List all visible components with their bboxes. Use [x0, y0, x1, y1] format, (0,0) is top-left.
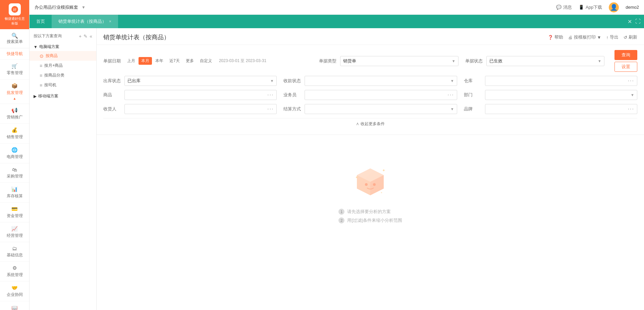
- warehouse-label: 仓库: [464, 78, 482, 84]
- receiver-dots-icon[interactable]: ···: [267, 106, 274, 112]
- sidebar-item-marketing[interactable]: 📢 营销推广: [0, 104, 29, 124]
- date-range: 2023-03-01 至 2023-03-31: [219, 58, 266, 64]
- app-download-label: App下载: [586, 4, 602, 10]
- warehouse-input[interactable]: ···: [485, 76, 637, 86]
- sidebar-item-basic[interactable]: 🗂 基础信息: [0, 242, 29, 262]
- brand-dots-icon[interactable]: ···: [628, 106, 634, 112]
- sidebar-item-system[interactable]: ⚙ 系统管理: [0, 262, 29, 281]
- sidebar-item-ecommerce[interactable]: 🌐 电商管理: [0, 144, 29, 163]
- date-tab-this-month[interactable]: 本月: [139, 57, 152, 65]
- date-tab-this-year[interactable]: 本年: [153, 57, 166, 65]
- date-tab-custom[interactable]: 自定义: [197, 57, 215, 65]
- date-tab-7days[interactable]: 近7天: [167, 57, 182, 65]
- settings-button[interactable]: 设置: [614, 62, 637, 72]
- username-label[interactable]: demo2: [626, 5, 639, 10]
- sidebar-item-operation[interactable]: 📈 经营管理: [0, 222, 29, 242]
- help-btn[interactable]: ❓ 帮助: [548, 34, 563, 40]
- quick-nav-label: 快捷导航: [7, 51, 23, 56]
- top-bar: 办公用品行业模拟账套 ▼ 💬 消息 📱 App下载 👤 demo2: [30, 0, 644, 15]
- export-btn[interactable]: ↑ 导出: [606, 34, 619, 40]
- template-print-btn[interactable]: 🖨 按模板打印 ▼: [568, 34, 601, 40]
- ecommerce-label: 电商管理: [7, 154, 23, 160]
- main-area: 办公用品行业模拟账套 ▼ 💬 消息 📱 App下载 👤 demo2 首页 销货单…: [30, 0, 644, 310]
- quick-nav[interactable]: 快捷导航: [0, 48, 29, 60]
- panel-item-by-product[interactable]: ⊙ 按商品: [30, 51, 96, 61]
- filter-item-doc-type: 单据类型 销货单 ▼: [319, 56, 458, 66]
- tab-report[interactable]: 销货单统计表（按商品） ×: [52, 15, 118, 28]
- filter-row-4: 收货人 ··· 结算方式 ▼ 品牌: [103, 104, 637, 114]
- panel-item-by-cashier[interactable]: ≡ 按司机: [30, 80, 96, 90]
- payment-status-select[interactable]: ▼: [305, 76, 457, 86]
- tab-home[interactable]: 首页: [30, 15, 52, 28]
- panel-section-mobile: ▶ 移动端方案: [30, 91, 96, 101]
- search-menu[interactable]: 🔍 搜索菜单: [0, 29, 29, 48]
- close-window-icon[interactable]: ✕: [628, 18, 632, 25]
- tab-home-label: 首页: [36, 18, 45, 24]
- query-button[interactable]: 查询: [614, 50, 637, 60]
- product-dots-icon[interactable]: ···: [267, 92, 274, 98]
- purchase-icon: 🛍: [12, 167, 17, 172]
- filter-item-brand: 品牌 ···: [464, 104, 637, 114]
- dept-label: 部门: [464, 92, 482, 98]
- edit-scheme-icon[interactable]: ✎: [84, 34, 88, 39]
- app-logo[interactable]: 好 畅捷通好生意 标版: [0, 0, 30, 29]
- filter-row-3: 商品 ··· 业务员 ··· 部门: [103, 90, 637, 100]
- industry-title: 办公用品行业模拟账套: [35, 4, 78, 10]
- settle-select[interactable]: ▼: [305, 104, 457, 114]
- corp-label: 企业协同: [7, 292, 23, 298]
- panel-item-by-month-product[interactable]: ≡ 按月+商品: [30, 61, 96, 70]
- brand-input[interactable]: ···: [485, 104, 637, 114]
- date-tab-more[interactable]: 更多: [183, 57, 197, 65]
- maximize-icon[interactable]: ⛶: [635, 18, 641, 24]
- operation-label: 经营管理: [7, 233, 23, 239]
- brand-label: 品牌: [464, 106, 482, 112]
- receiver-label: 收货人: [103, 106, 122, 112]
- add-scheme-icon[interactable]: +: [79, 34, 82, 39]
- sidebar-item-guide[interactable]: 📖 新手引导: [0, 301, 29, 310]
- top-bar-left: 办公用品行业模拟账套 ▼: [35, 4, 86, 10]
- sidebar-item-purchase[interactable]: 🛍 采购管理: [0, 163, 29, 183]
- dept-select[interactable]: ▼: [485, 90, 637, 100]
- app-download-btn[interactable]: 📱 App下载: [579, 4, 602, 10]
- empty-tip-2: 2 用[过滤]条件来缩小分析范围: [338, 217, 402, 223]
- panel-section-desktop-header[interactable]: ▼ 电脑端方案: [30, 43, 96, 51]
- sidebar-item-retail[interactable]: 🛒 零售管理: [0, 60, 29, 80]
- message-label: 消息: [563, 4, 572, 10]
- collapse-button[interactable]: ∧ 收起更多条件: [103, 118, 637, 130]
- sidebar-item-inventory[interactable]: 📊 库存核算: [0, 183, 29, 203]
- out-status-value: 已出库: [127, 78, 270, 84]
- app-name: 畅捷通好生意: [5, 16, 25, 21]
- active-item-icon: ⊙: [40, 53, 44, 59]
- doc-type-select[interactable]: 销货单 ▼: [340, 56, 458, 66]
- sidebar-item-sales[interactable]: 💰 销售管理: [0, 124, 29, 144]
- empty-tips: 1 请先选择要分析的方案 2 用[过滤]条件来缩小分析范围: [338, 209, 402, 226]
- product-input[interactable]: ···: [124, 90, 277, 100]
- collapse-panel-icon[interactable]: «: [90, 34, 92, 39]
- tab-close-icon[interactable]: ×: [109, 19, 111, 24]
- staff-input[interactable]: ···: [305, 90, 457, 100]
- panel-section-mobile-header[interactable]: ▶ 移动端方案: [30, 92, 96, 100]
- receiver-input[interactable]: ···: [124, 104, 277, 114]
- out-status-label: 出库状态: [103, 78, 122, 84]
- panel-item-by-category[interactable]: ≡ 按商品分类: [30, 70, 96, 80]
- sidebar-item-finance[interactable]: 💳 资金管理: [0, 203, 29, 222]
- filter-item-out-status: 出库状态 已出库 ▼: [103, 76, 277, 86]
- warehouse-dots-icon[interactable]: ···: [628, 78, 634, 84]
- sidebar-item-wholesale[interactable]: 📦 批发管理 ▲: [0, 80, 29, 104]
- dropdown-arrow-icon[interactable]: ▼: [82, 5, 86, 10]
- doc-status-select[interactable]: 已生效 ▼: [486, 56, 604, 66]
- refresh-btn[interactable]: ↺ 刷新: [624, 34, 637, 40]
- export-label: 导出: [610, 34, 619, 40]
- date-filter: 上月 本月 本年 近7天 更多 自定义 2023-03-01 至 2023-03…: [124, 57, 312, 65]
- out-status-select[interactable]: 已出库 ▼: [124, 76, 277, 86]
- sidebar-item-corp[interactable]: 🤝 企业协同: [0, 281, 29, 301]
- export-icon: ↑: [606, 35, 609, 40]
- user-avatar[interactable]: 👤: [609, 2, 619, 12]
- date-tab-last-month[interactable]: 上月: [124, 57, 138, 65]
- staff-dots-icon[interactable]: ···: [447, 92, 454, 98]
- tip-text-1: 请先选择要分析的方案: [347, 209, 391, 215]
- panel-item-by-product-label: 按商品: [46, 53, 58, 59]
- message-btn[interactable]: 💬 消息: [556, 4, 572, 10]
- svg-text:✦: ✦: [355, 175, 358, 179]
- wholesale-icon: 📦: [11, 83, 18, 89]
